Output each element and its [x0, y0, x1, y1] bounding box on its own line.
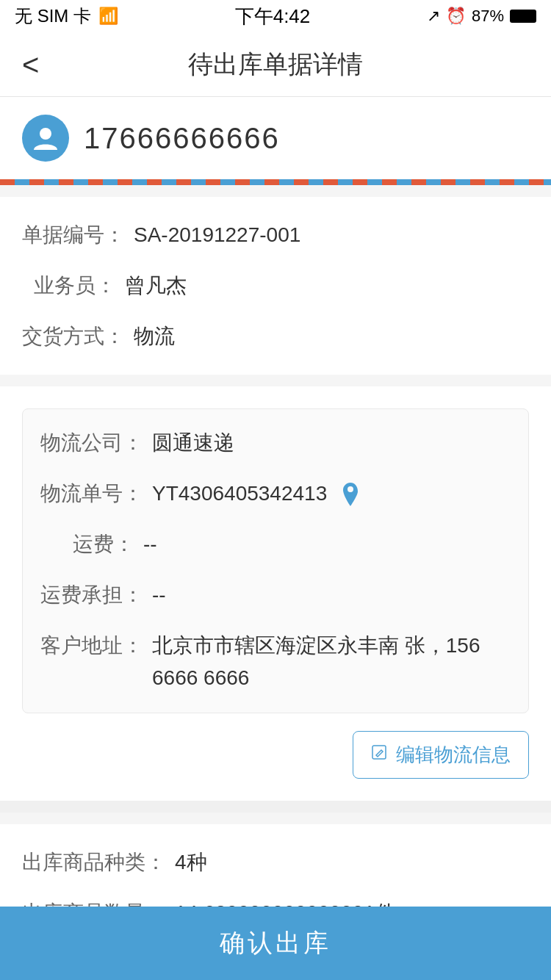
- logistics-section: 物流公司： 圆通速递 物流单号： YT4306405342413 运费： -- …: [0, 386, 551, 801]
- edit-btn-label: 编辑物流信息: [396, 742, 511, 768]
- order-no-value: SA-20191227-001: [134, 219, 529, 252]
- carrier-text: 无 SIM 卡: [15, 4, 91, 28]
- freight-value: --: [143, 528, 511, 561]
- svg-point-0: [40, 128, 51, 140]
- confirm-button[interactable]: 确认出库: [220, 926, 331, 960]
- company-row: 物流公司： 圆通速递: [40, 427, 511, 460]
- order-no-label: 单据编号：: [22, 219, 134, 252]
- tracking-value: YT4306405342413: [152, 478, 511, 511]
- back-button[interactable]: <: [22, 50, 39, 79]
- tracking-label: 物流单号：: [40, 478, 152, 511]
- goods-types-row: 出库商品种类： 4种: [22, 846, 529, 879]
- section-divider: [0, 801, 551, 813]
- basic-info-section: 单据编号： SA-20191227-001 业务员： 曾凡杰 交货方式： 物流: [0, 197, 551, 375]
- company-value: 圆通速递: [152, 427, 511, 460]
- page-title: 待出库单据详情: [188, 48, 363, 82]
- edit-icon: [371, 744, 389, 766]
- address-value: 北京市市辖区海淀区永丰南 张，156 6666 6666: [152, 630, 511, 696]
- person-icon: [31, 123, 60, 153]
- status-right: ↗ ⏰ 87%: [427, 7, 536, 26]
- nav-bar: < 待出库单据详情: [0, 32, 551, 97]
- tracking-number: YT4306405342413: [152, 478, 327, 511]
- goods-types-value: 4种: [175, 846, 529, 879]
- address-row: 客户地址： 北京市市辖区海淀区永丰南 张，156 6666 6666: [40, 630, 511, 696]
- freight-bear-label: 运费承担：: [40, 579, 152, 612]
- salesman-value: 曾凡杰: [125, 270, 529, 303]
- confirm-bar[interactable]: 确认出库: [0, 907, 551, 980]
- freight-bear-row: 运费承担： --: [40, 579, 511, 612]
- order-no-row: 单据编号： SA-20191227-001: [22, 219, 529, 252]
- salesman-label: 业务员：: [22, 270, 125, 303]
- tracking-row: 物流单号： YT4306405342413: [40, 478, 511, 511]
- company-label: 物流公司：: [40, 427, 152, 460]
- delivery-label: 交货方式：: [22, 320, 134, 353]
- freight-bear-value: --: [152, 579, 511, 612]
- logistics-card-inner: 物流公司： 圆通速递 物流单号： YT4306405342413 运费： -- …: [22, 408, 529, 713]
- status-bar: 无 SIM 卡 📶 下午4:42 ↗ ⏰ 87%: [0, 0, 551, 32]
- map-pin-icon[interactable]: [337, 481, 364, 508]
- decorative-divider: [0, 179, 551, 185]
- location-status-icon: ↗: [427, 7, 440, 26]
- user-phone: 17666666666: [84, 122, 280, 155]
- goods-types-label: 出库商品种类：: [22, 846, 175, 879]
- delivery-row: 交货方式： 物流: [22, 320, 529, 353]
- user-info-section: 17666666666: [0, 97, 551, 179]
- battery-text: 87%: [472, 7, 504, 26]
- status-left: 无 SIM 卡 📶: [15, 4, 118, 28]
- freight-label: 运费：: [40, 528, 143, 561]
- edit-btn-row: 编辑物流信息: [22, 731, 529, 779]
- freight-row: 运费： --: [40, 528, 511, 561]
- battery-icon: [510, 10, 536, 23]
- delivery-value: 物流: [134, 320, 529, 353]
- salesman-row: 业务员： 曾凡杰: [22, 270, 529, 303]
- address-label: 客户地址：: [40, 630, 152, 663]
- avatar: [22, 115, 69, 162]
- wifi-icon: 📶: [98, 7, 118, 26]
- status-time: 下午4:42: [235, 4, 311, 29]
- alarm-icon: ⏰: [446, 7, 466, 26]
- edit-logistics-button[interactable]: 编辑物流信息: [353, 731, 529, 779]
